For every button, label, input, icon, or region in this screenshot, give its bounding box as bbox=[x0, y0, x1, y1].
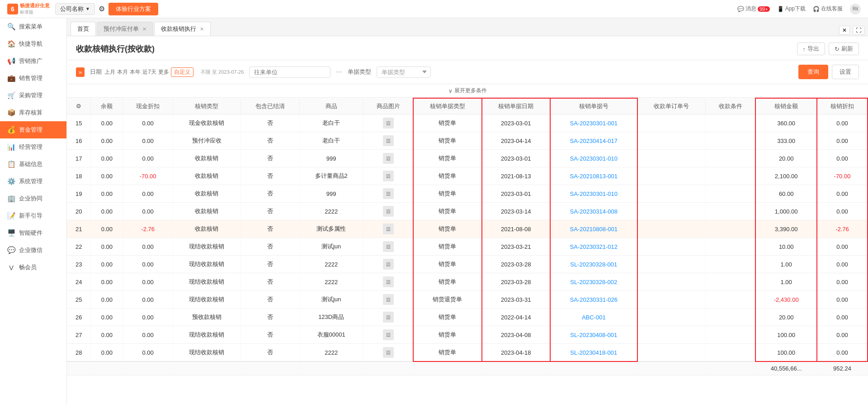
refresh-button[interactable]: ↻ 刷新 bbox=[829, 43, 859, 55]
cell-bill_no[interactable]: SL-20230408-001 bbox=[550, 326, 637, 344]
top-bar-center: 公司名称 ▼ ⚙ 体验行业方案 bbox=[55, 3, 732, 15]
cell-bill_type: 销货单 bbox=[413, 273, 481, 291]
cell-bill_type: 销货单 bbox=[413, 114, 481, 132]
bill-no-link[interactable]: SA-20230314-008 bbox=[570, 208, 618, 215]
sidebar-item-hardware[interactable]: 🖥️智能硬件 bbox=[0, 224, 66, 242]
sidebar-item-search[interactable]: 🔍搜索菜单 bbox=[0, 18, 66, 35]
date-custom[interactable]: 自定义 bbox=[171, 67, 193, 77]
messages-item[interactable]: 💬 消息 99+ bbox=[737, 5, 770, 13]
cell-bill_no[interactable]: SA-20230301-010 bbox=[550, 150, 637, 167]
cell-goods: 2222 bbox=[299, 344, 363, 362]
bill-no-link[interactable]: SA-20210813-001 bbox=[570, 173, 618, 180]
gear-icon[interactable]: ⚙ bbox=[99, 5, 105, 13]
bill-type-select[interactable]: 单据类型 bbox=[377, 67, 431, 78]
cell-balance: 0.00 bbox=[91, 344, 123, 362]
bill-no-link[interactable]: SA-20230321-012 bbox=[570, 243, 618, 250]
tab-prepay[interactable]: 预付冲应付单✕ bbox=[97, 22, 153, 36]
bill-no-link[interactable]: SA-20230414-017 bbox=[570, 138, 618, 144]
cell-bill_date: 2023-04-08 bbox=[482, 326, 550, 344]
sidebar-label-purchase: 采购管理 bbox=[19, 91, 42, 100]
bill-no-link[interactable]: SL-20230418-001 bbox=[570, 349, 617, 356]
cell-bill_no[interactable]: SA-20230321-012 bbox=[550, 238, 637, 256]
sidebar-item-purchase[interactable]: 🛒采购管理 bbox=[0, 87, 66, 104]
sidebar-item-enterprise[interactable]: 🏢企业协同 bbox=[0, 190, 66, 207]
sidebar-item-operations[interactable]: 📊经营管理 bbox=[0, 138, 66, 156]
date-this-month[interactable]: 本月 bbox=[117, 68, 128, 76]
date-last-month[interactable]: 上月 bbox=[104, 68, 115, 76]
cell-cash_discount: 0.00 bbox=[123, 309, 173, 326]
cell-goods: 2222 bbox=[299, 203, 363, 220]
partner-input[interactable] bbox=[249, 67, 330, 78]
col-header-cancel_type: 核销类型 bbox=[173, 98, 241, 114]
cell-bill_no[interactable]: SA-20210813-001 bbox=[550, 167, 637, 185]
expand-more-button[interactable]: ∨ 展开更多条件 bbox=[448, 87, 487, 95]
cell-receipt_condition bbox=[705, 238, 755, 256]
summary-cancel-discount: 952.24 bbox=[817, 361, 868, 375]
sidebar-item-guide[interactable]: 📝新手引导 bbox=[0, 207, 66, 224]
sidebar-item-system[interactable]: ⚙️系统管理 bbox=[0, 173, 66, 190]
cell-bill_no[interactable]: SA-20230414-017 bbox=[550, 132, 637, 150]
sidebar-label-guide: 新手引导 bbox=[19, 212, 42, 220]
summary-empty bbox=[482, 361, 550, 375]
user-avatar[interactable]: Rit bbox=[850, 4, 861, 14]
cell-cash_discount: 0.00 bbox=[123, 132, 173, 150]
bill-no-link[interactable]: SA-20230301-001 bbox=[570, 120, 618, 127]
solution-button[interactable]: 体验行业方案 bbox=[108, 3, 158, 15]
system-icon: ⚙️ bbox=[7, 177, 15, 185]
date-more[interactable]: 更多 bbox=[158, 68, 169, 76]
cell-include_settled: 否 bbox=[241, 132, 299, 150]
bill-no-link[interactable]: SL-20230328-002 bbox=[570, 279, 617, 285]
cell-cancel_type: 收款核销 bbox=[173, 185, 241, 203]
bill-no-link[interactable]: SL-20230328-001 bbox=[570, 261, 617, 268]
app-download-item[interactable]: 📱 App下载 bbox=[777, 5, 806, 13]
sidebar-item-finance[interactable]: 💰资金管理 bbox=[0, 121, 66, 138]
cell-cash_discount: -2.76 bbox=[123, 220, 173, 238]
cell-cancel_amount: 10.00 bbox=[755, 238, 817, 256]
bill-no-link[interactable]: SA-20210808-001 bbox=[570, 226, 618, 233]
sidebar-item-marketing[interactable]: 📢营销推广 bbox=[0, 52, 66, 70]
cell-bill_no[interactable]: SL-20230328-002 bbox=[550, 273, 637, 291]
company-selector[interactable]: 公司名称 ▼ bbox=[55, 3, 95, 15]
sidebar-item-quick-nav[interactable]: 🏠快捷导航 bbox=[0, 35, 66, 52]
online-service-item[interactable]: 🎧 在线客服 bbox=[813, 5, 843, 13]
sidebar-item-wechat[interactable]: 💬企业微信 bbox=[0, 242, 66, 259]
sidebar-item-sales[interactable]: 💼销售管理 bbox=[0, 70, 66, 87]
tab-close-collection[interactable]: ✕ bbox=[200, 26, 204, 32]
sidebar-item-basic-info[interactable]: 📋基础信息 bbox=[0, 156, 66, 173]
date-this-year[interactable]: 本年 bbox=[130, 68, 141, 76]
bill-no-link[interactable]: ABC-001 bbox=[582, 314, 606, 321]
bill-no-link[interactable]: SL-20230408-001 bbox=[570, 332, 617, 338]
summary-empty bbox=[550, 361, 637, 375]
cell-cancel_amount: -2,430.00 bbox=[755, 291, 817, 309]
maximize-button[interactable]: ⛶ bbox=[853, 26, 864, 35]
cell-bill_no[interactable]: SA-20230331-026 bbox=[550, 291, 637, 309]
settings-button[interactable]: 设置 bbox=[832, 65, 859, 79]
export-button[interactable]: ↑ 导出 bbox=[797, 43, 826, 55]
cell-bill_no[interactable]: SL-20230328-001 bbox=[550, 256, 637, 273]
tab-collection[interactable]: 收款核销执行✕ bbox=[154, 22, 211, 36]
sidebar-item-inventory[interactable]: 📦库存核算 bbox=[0, 104, 66, 121]
tab-home[interactable]: 首页 bbox=[71, 22, 96, 36]
cell-bill_no[interactable]: SA-20230301-001 bbox=[550, 114, 637, 132]
bill-no-link[interactable]: SA-20230331-026 bbox=[570, 296, 618, 303]
filter-expand-button[interactable]: » bbox=[76, 67, 85, 77]
expand-more-bar: ∨ 展开更多条件 bbox=[67, 84, 868, 98]
bill-no-link[interactable]: SA-20230301-010 bbox=[570, 190, 618, 197]
bill-no-link[interactable]: SA-20230301-010 bbox=[570, 155, 618, 162]
cell-receipt_condition bbox=[705, 256, 755, 273]
cell-balance: 0.00 bbox=[91, 273, 123, 291]
close-window-button[interactable]: ✕ bbox=[839, 26, 850, 35]
cell-goods_img: 🖼 bbox=[363, 273, 413, 291]
cell-bill_no[interactable]: SL-20230418-001 bbox=[550, 344, 637, 362]
chevron-down-icon: ∨ bbox=[448, 88, 453, 94]
cell-bill_date: 2021-08-13 bbox=[482, 167, 550, 185]
cell-goods: 测试jun bbox=[299, 238, 363, 256]
date-7days[interactable]: 近7天 bbox=[142, 68, 156, 76]
sidebar-item-member[interactable]: V畅会员 bbox=[0, 259, 66, 276]
cell-bill_no[interactable]: SA-20230314-008 bbox=[550, 203, 637, 220]
tab-close-prepay[interactable]: ✕ bbox=[142, 26, 146, 32]
cell-bill_no[interactable]: ABC-001 bbox=[550, 309, 637, 326]
cell-bill_no[interactable]: SA-20230301-010 bbox=[550, 185, 637, 203]
query-button[interactable]: 查询 bbox=[798, 65, 828, 79]
cell-bill_no[interactable]: SA-20210808-001 bbox=[550, 220, 637, 238]
